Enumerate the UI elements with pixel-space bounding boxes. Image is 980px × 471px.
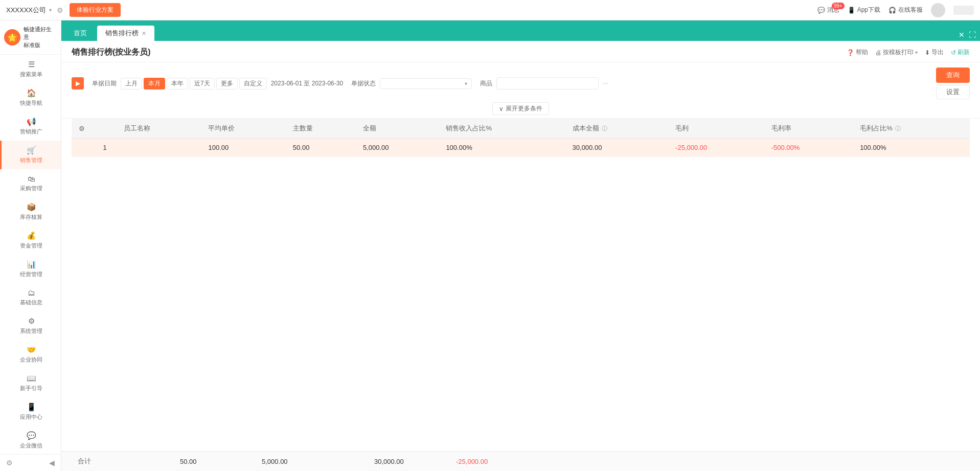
- query-btn[interactable]: 查询: [936, 68, 970, 83]
- date-btn-current-year[interactable]: 本年: [167, 78, 188, 89]
- sidebar-item-inventory[interactable]: 📦 库存核算: [0, 197, 61, 226]
- logo-icon: 🌟: [4, 29, 20, 46]
- basic-info-icon: 🗂: [28, 288, 35, 297]
- online-service-label: 在线客服: [898, 6, 923, 14]
- goods-search-input[interactable]: [501, 80, 593, 87]
- settings-config-btn[interactable]: 设置: [936, 85, 970, 99]
- sidebar-item-operations[interactable]: 📊 经营管理: [0, 255, 61, 283]
- expand-down-icon: ∨: [499, 105, 504, 113]
- cell-name: [118, 139, 202, 157]
- col-sales-ratio-header: 销售收入占比%: [440, 119, 566, 139]
- cost-info-icon[interactable]: ⓘ: [602, 125, 607, 131]
- sidebar-item-search-orders[interactable]: ☰ 搜索菜单: [0, 55, 61, 83]
- sidebar-item-enterprise-collab[interactable]: 🤝 企业协同: [0, 340, 61, 369]
- sidebar-settings-icon[interactable]: ⚙: [6, 459, 13, 467]
- app-download-btn[interactable]: 📱 App下载: [848, 6, 880, 14]
- refresh-btn[interactable]: ↺ 刷新: [951, 48, 970, 57]
- messages-btn[interactable]: 💬 消息 99+: [817, 6, 839, 14]
- footer-profit: -25,000.00: [456, 458, 517, 465]
- avatar[interactable]: [931, 3, 945, 17]
- trial-btn[interactable]: 体验行业方案: [70, 3, 121, 17]
- col-avg-price-header: 平均单价: [202, 119, 286, 139]
- refresh-icon: ↺: [951, 49, 956, 56]
- col-amount-header: 全额: [357, 119, 440, 139]
- tab-sales-ranking[interactable]: 销售排行榜 ✕: [97, 26, 154, 41]
- date-btns: 上月 本月 本年 近7天 更多 自定义: [121, 78, 267, 89]
- table-wrapper: ⚙ 员工名称 平均单价 主数量 全额 销售收入占比% 成本全额 ⓘ 毛利: [61, 119, 980, 451]
- sidebar-nav: ☰ 搜索菜单 🏠 快捷导航 📢 营销推广 🛒 销售管理 🛍 采购管理 📦: [0, 55, 61, 454]
- content-area: 首页 销售排行榜 ✕ ✕ ⛶ 销售排行榜(按业务员) ❓ 帮助: [61, 20, 980, 471]
- logo-text: 畅捷通好生意 标准版: [24, 26, 57, 49]
- inventory-icon: 📦: [27, 203, 36, 212]
- phone-icon: 📱: [848, 7, 855, 14]
- date-btn-current-month[interactable]: 本月: [144, 78, 165, 89]
- sidebar-bottom: ⚙ ◀: [0, 454, 61, 471]
- operations-icon: 📊: [27, 260, 36, 269]
- status-select[interactable]: ▾: [380, 78, 472, 89]
- marketing-icon: 📢: [27, 117, 36, 126]
- cell-row-settings: [72, 139, 92, 157]
- filter-toggle-arrow[interactable]: ▶: [72, 77, 84, 89]
- window-close-icon[interactable]: ✕: [959, 31, 965, 39]
- sidebar-item-app-center[interactable]: 📱 应用中心: [0, 397, 61, 426]
- home-tab-label: 首页: [74, 29, 87, 38]
- cell-cost-amount: 30,000.00: [566, 139, 670, 157]
- cell-profit-rate: -500.00%: [765, 139, 854, 157]
- status-filter: 单据状态 ▾: [351, 78, 472, 89]
- online-service-btn[interactable]: 🎧 在线客服: [888, 6, 923, 14]
- company-selector[interactable]: XXXXXX公司 ▾: [6, 6, 52, 15]
- cell-profit-ratio: 100.00%: [854, 139, 970, 157]
- tab-home[interactable]: 首页: [65, 26, 95, 41]
- col-profit-ratio-header: 毛利占比% ⓘ: [854, 119, 970, 139]
- tab-close-icon[interactable]: ✕: [142, 30, 146, 37]
- footer-main-qty: 50.00: [180, 458, 241, 465]
- page-content: 销售排行榜(按业务员) ❓ 帮助 🖨 按模板打印 ▾ ⬇ 导出: [61, 41, 980, 471]
- date-filter: 单据日期 上月 本月 本年 近7天 更多 自定义 2023-06-01 至 20…: [92, 78, 343, 89]
- sidebar-item-basic-info[interactable]: 🗂 基础信息: [0, 283, 61, 311]
- col-cost-amount-header: 成本全额 ⓘ: [566, 119, 670, 139]
- message-icon: 💬: [817, 7, 825, 14]
- filter-row-1: ▶ 单据日期 上月 本月 本年 近7天 更多 自定义 2023-06-01 至 …: [72, 68, 970, 99]
- sidebar-item-finance[interactable]: 💰 资金管理: [0, 226, 61, 255]
- tab-bar: 首页 销售排行榜 ✕ ✕ ⛶: [61, 20, 980, 41]
- sidebar-item-sales[interactable]: 🛒 销售管理: [0, 141, 61, 169]
- expand-label: 展开更多条件: [506, 104, 542, 113]
- window-expand-icon[interactable]: ⛶: [969, 31, 976, 39]
- help-btn[interactable]: ❓ 帮助: [847, 48, 868, 57]
- headset-icon: 🎧: [888, 7, 896, 14]
- cell-profit: -25,000.00: [669, 139, 765, 157]
- col-settings-header[interactable]: ⚙: [72, 119, 92, 139]
- more-filters-icon[interactable]: ···: [603, 80, 608, 87]
- collab-icon: 🤝: [27, 345, 36, 354]
- message-badge: 99+: [832, 3, 845, 9]
- sidebar-item-enterprise-wechat[interactable]: 💬 企业微信: [0, 426, 61, 454]
- goods-filter: 商品 ···: [480, 77, 608, 89]
- sidebar-item-system[interactable]: ⚙ 系统管理: [0, 311, 61, 340]
- page-actions: ❓ 帮助 🖨 按模板打印 ▾ ⬇ 导出 ↺ 刷新: [847, 48, 970, 57]
- status-filter-label: 单据状态: [351, 79, 376, 88]
- date-btn-more[interactable]: 更多: [216, 78, 238, 89]
- sidebar-item-purchase[interactable]: 🛍 采购管理: [0, 169, 61, 197]
- app-download-label: App下载: [857, 6, 880, 14]
- sidebar-item-marketing[interactable]: 📢 营销推广: [0, 112, 61, 141]
- page-title: 销售排行榜(按业务员): [72, 47, 151, 58]
- settings-gear-icon[interactable]: ⚙: [57, 6, 63, 14]
- home-icon: 🏠: [27, 88, 36, 98]
- sidebar-collapse-icon[interactable]: ◀: [49, 459, 55, 467]
- sidebar-item-beginner-guide[interactable]: 📖 新手引导: [0, 369, 61, 397]
- date-btn-last-month[interactable]: 上月: [121, 78, 142, 89]
- page-header: 销售排行榜(按业务员) ❓ 帮助 🖨 按模板打印 ▾ ⬇ 导出: [61, 41, 980, 62]
- expand-conditions-btn[interactable]: ∨ 展开更多条件: [492, 102, 549, 115]
- sidebar: 🌟 畅捷通好生意 标准版 ☰ 搜索菜单 🏠 快捷导航 📢 营销推广 🛒 销售管理: [0, 20, 61, 471]
- sidebar-item-quick-nav[interactable]: 🏠 快捷导航: [0, 83, 61, 112]
- col-name-header: 员工名称: [118, 119, 202, 139]
- expand-conditions-row: ∨ 展开更多条件: [72, 99, 970, 118]
- goods-filter-label: 商品: [480, 79, 492, 88]
- date-btn-last-7-days[interactable]: 近7天: [190, 78, 215, 89]
- date-btn-custom[interactable]: 自定义: [239, 78, 267, 89]
- export-btn[interactable]: ⬇ 导出: [925, 48, 944, 57]
- company-chevron-icon: ▾: [49, 7, 52, 13]
- profit-ratio-info-icon[interactable]: ⓘ: [895, 125, 901, 131]
- template-print-btn[interactable]: 🖨 按模板打印 ▾: [875, 48, 918, 57]
- search-orders-icon: ☰: [28, 60, 35, 69]
